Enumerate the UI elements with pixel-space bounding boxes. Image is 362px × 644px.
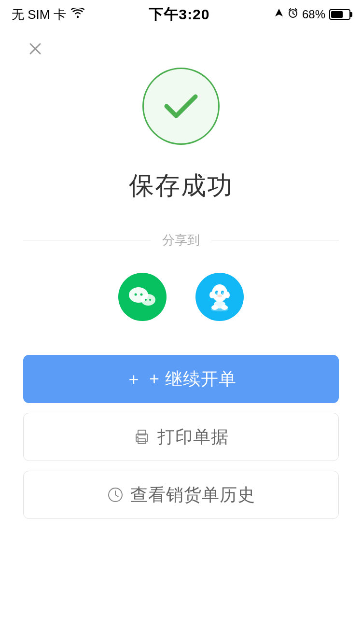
svg-point-13 xyxy=(217,293,218,294)
status-left: 无 SIM 卡 xyxy=(12,6,84,23)
svg-point-7 xyxy=(149,299,151,301)
plus-icon: ＋ xyxy=(125,368,142,390)
svg-point-6 xyxy=(145,299,147,301)
carrier-label: 无 SIM 卡 xyxy=(12,6,66,23)
share-divider: 分享到 xyxy=(0,232,362,249)
history-button[interactable]: 查看销货单历史 xyxy=(23,471,339,519)
battery-icon xyxy=(329,9,350,20)
divider-left xyxy=(23,240,151,240)
status-right: 68% xyxy=(274,8,350,21)
svg-point-15 xyxy=(217,294,222,297)
svg-point-0 xyxy=(76,16,78,18)
checkmark-icon xyxy=(159,84,203,128)
action-buttons: ＋ + 继续开单 打印单据 查看销货单历 xyxy=(0,355,362,519)
share-icons-row xyxy=(118,273,244,321)
svg-point-23 xyxy=(137,436,139,438)
print-icon xyxy=(133,429,151,445)
svg-point-3 xyxy=(141,294,155,306)
svg-point-10 xyxy=(225,292,230,298)
qq-share-button[interactable] xyxy=(195,273,244,321)
svg-point-14 xyxy=(223,293,224,294)
share-label: 分享到 xyxy=(151,232,211,249)
wechat-icon xyxy=(128,284,157,309)
continue-button[interactable]: ＋ + 继续开单 xyxy=(23,355,339,403)
continue-button-label: + 继续开单 xyxy=(149,367,237,391)
svg-point-4 xyxy=(135,294,137,296)
svg-point-8 xyxy=(212,284,227,302)
history-button-label: 查看销货单历史 xyxy=(130,483,255,507)
close-button[interactable] xyxy=(23,37,47,61)
svg-point-5 xyxy=(140,294,143,296)
main-content: 保存成功 分享到 xyxy=(0,29,362,519)
close-icon xyxy=(28,41,43,56)
qq-icon xyxy=(206,282,233,311)
location-icon xyxy=(274,8,284,21)
wifi-icon xyxy=(71,8,84,21)
success-circle xyxy=(142,68,220,145)
divider-right xyxy=(211,240,339,240)
print-button-label: 打印单据 xyxy=(157,425,229,449)
battery-percentage: 68% xyxy=(302,8,325,21)
time-display: 下午3:20 xyxy=(149,5,209,25)
wechat-share-button[interactable] xyxy=(118,273,167,321)
success-title: 保存成功 xyxy=(129,169,233,203)
print-button[interactable]: 打印单据 xyxy=(23,413,339,461)
clock-icon xyxy=(107,487,124,503)
alarm-icon xyxy=(288,8,298,21)
svg-point-9 xyxy=(209,292,214,298)
svg-point-19 xyxy=(211,308,228,311)
status-bar: 无 SIM 卡 下午3:20 68% xyxy=(0,0,362,29)
